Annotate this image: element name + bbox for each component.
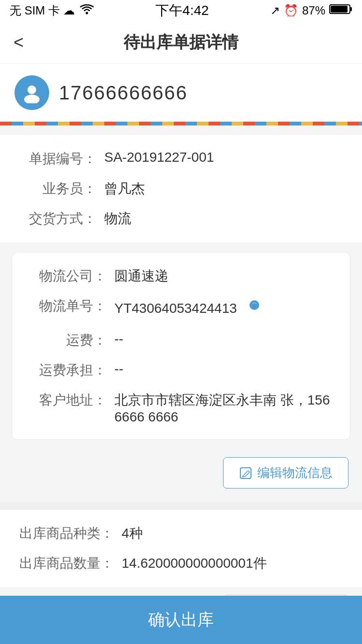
confirm-label: 确认出库	[148, 609, 214, 631]
product-quantity-value: 14.620000000000001件	[122, 554, 343, 573]
logistics-card: 物流公司： 圆通速递 物流单号： YT43064053424413 运费： --	[12, 252, 350, 440]
confirm-bar[interactable]: 确认出库	[0, 596, 362, 644]
address-value: 北京市市辖区海淀区永丰南 张，156 6666 6666	[114, 391, 333, 425]
bearer-label: 运费承担：	[29, 361, 107, 379]
staff-row: 业务员： 曾凡杰	[19, 180, 343, 198]
doc-number-value: SA-20191227-001	[104, 150, 343, 165]
product-quantity-row: 出库商品数量： 14.620000000000001件	[19, 554, 343, 573]
logistics-company-value: 圆通速递	[114, 267, 333, 285]
freight-value: --	[114, 331, 333, 347]
section-divider	[0, 502, 362, 510]
doc-number-row: 单据编号： SA-20191227-001	[19, 150, 343, 168]
delivery-value: 物流	[104, 210, 343, 228]
logistics-company-row: 物流公司： 圆通速递	[29, 267, 333, 285]
logistics-company-label: 物流公司：	[29, 267, 107, 285]
edit-logistics-container: 编辑物流信息	[0, 449, 362, 502]
tracking-row: 物流单号： YT43064053424413	[29, 297, 333, 320]
customer-phone: 17666666666	[59, 82, 188, 104]
battery-icon	[329, 3, 352, 18]
back-button[interactable]: <	[14, 32, 24, 53]
bearer-value: --	[114, 361, 333, 377]
status-left: 无 SIM 卡 ☁	[10, 3, 94, 18]
sim-status: 无 SIM 卡 ☁	[10, 3, 75, 18]
main-content: 17666666666 单据编号： SA-20191227-001 业务员： 曾…	[0, 64, 362, 644]
battery-percent: 87%	[302, 4, 325, 17]
status-bar: 无 SIM 卡 ☁ 下午4:42 ↗ ⏰ 87%	[0, 0, 362, 21]
product-type-row: 出库商品种类： 4种	[19, 524, 343, 543]
svg-point-5	[24, 95, 40, 103]
product-type-value: 4种	[122, 524, 343, 543]
basic-info-section: 单据编号： SA-20191227-001 业务员： 曾凡杰 交货方式： 物流	[0, 135, 362, 242]
address-row: 客户地址： 北京市市辖区海淀区永丰南 张，156 6666 6666	[29, 391, 333, 425]
location-pin-icon[interactable]	[245, 297, 264, 320]
edit-icon	[239, 466, 252, 480]
wifi-icon	[80, 4, 94, 17]
nav-bar: < 待出库单据详情	[0, 21, 362, 64]
tracking-value: YT43064053424413	[114, 297, 333, 320]
customer-header: 17666666666	[0, 64, 362, 122]
status-time: 下午4:42	[155, 1, 209, 20]
location-icon: ↗	[270, 4, 280, 17]
product-quantity-label: 出库商品数量：	[19, 554, 114, 573]
svg-rect-3	[331, 6, 348, 13]
status-right: ↗ ⏰ 87%	[270, 3, 352, 18]
bearer-row: 运费承担： --	[29, 361, 333, 379]
stats-section: 出库商品种类： 4种 出库商品数量： 14.620000000000001件	[0, 510, 362, 587]
page-title: 待出库单据详情	[124, 31, 238, 54]
svg-point-4	[28, 85, 36, 94]
edit-logistics-button[interactable]: 编辑物流信息	[223, 457, 348, 489]
delivery-label: 交货方式：	[19, 210, 97, 228]
alarm-icon: ⏰	[284, 4, 298, 17]
delivery-row: 交货方式： 物流	[19, 210, 343, 228]
doc-number-label: 单据编号：	[19, 150, 97, 168]
freight-label: 运费：	[29, 331, 107, 350]
avatar	[14, 75, 49, 110]
tracking-label: 物流单号：	[29, 297, 107, 315]
svg-point-0	[85, 12, 88, 14]
freight-row: 运费： --	[29, 331, 333, 350]
product-type-label: 出库商品种类：	[19, 524, 114, 543]
staff-value: 曾凡杰	[104, 180, 343, 198]
svg-rect-2	[350, 7, 352, 11]
dashed-divider	[0, 122, 362, 126]
address-label: 客户地址：	[29, 391, 107, 409]
staff-label: 业务员：	[19, 180, 97, 198]
